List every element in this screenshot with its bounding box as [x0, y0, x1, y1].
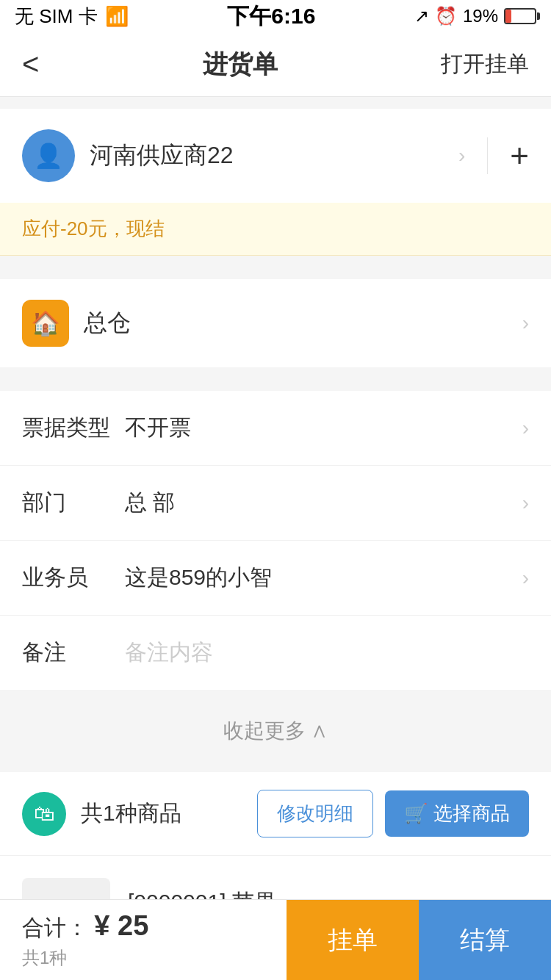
nav-bar: < 进货单 打开挂单 [0, 32, 551, 97]
footer-total-sub: 共1种 [22, 946, 264, 970]
edit-detail-button[interactable]: 修改明细 [257, 790, 373, 837]
salesperson-row[interactable]: 业务员 这是859的小智 › [0, 541, 551, 616]
status-left: 无 SIM 卡 📶 [15, 4, 129, 29]
battery-icon [504, 8, 536, 24]
collapse-button[interactable]: 收起更多 ∧ [0, 702, 551, 760]
invoice-type-row[interactable]: 票据类型 不开票 › [0, 391, 551, 466]
supplier-row[interactable]: 👤 河南供应商22 › + [0, 109, 551, 203]
invoice-type-value: 不开票 [125, 413, 522, 443]
back-button[interactable]: < [22, 48, 39, 81]
department-row[interactable]: 部门 总 部 › [0, 466, 551, 541]
total-label: 合计： [22, 915, 88, 940]
notice-text: 应付-20元，现结 [22, 217, 165, 239]
open-pending-button[interactable]: 打开挂单 [441, 49, 529, 79]
add-supplier-button[interactable]: + [510, 137, 529, 174]
select-product-button[interactable]: 🛒 选择商品 [385, 790, 529, 837]
supplier-divider [487, 137, 488, 174]
remark-label: 备注 [22, 638, 125, 668]
status-bar: 无 SIM 卡 📶 下午6:16 ↗ ⏰ 19% [0, 0, 551, 32]
select-product-label: 选择商品 [433, 801, 510, 826]
divider-2 [0, 267, 551, 279]
form-section: 票据类型 不开票 › 部门 总 部 › 业务员 这是859的小智 › 备注 备注… [0, 391, 551, 690]
divider-4 [0, 760, 551, 772]
divider-1 [0, 97, 551, 109]
status-right: ↗ ⏰ 19% [414, 6, 536, 26]
page-title: 进货单 [203, 48, 278, 82]
product-count-icon: 🛍 [22, 792, 66, 836]
wifi-icon: 📶 [105, 5, 129, 28]
divider-3 [0, 379, 551, 391]
supplier-chevron-icon: › [458, 144, 465, 167]
pending-button[interactable]: 挂单 [287, 900, 419, 980]
warehouse-row[interactable]: 🏠 总仓 › [0, 279, 551, 367]
salesperson-value: 这是859的小智 [125, 563, 522, 593]
avatar-icon: 👤 [34, 142, 63, 170]
supplier-section: 👤 河南供应商22 › + 应付-20元，现结 [0, 109, 551, 256]
remark-row[interactable]: 备注 备注内容 [0, 616, 551, 690]
status-time: 下午6:16 [227, 1, 315, 32]
warehouse-icon: 🏠 [22, 300, 69, 347]
location-icon: ↗ [414, 6, 429, 26]
invoice-type-chevron: › [522, 417, 529, 440]
settle-button[interactable]: 结算 [419, 900, 551, 980]
product-count-text: 共1种商品 [81, 799, 257, 829]
product-header: 🛍 共1种商品 修改明细 🛒 选择商品 [0, 772, 551, 856]
warehouse-chevron-icon: › [522, 311, 529, 335]
warehouse-section: 🏠 总仓 › [0, 279, 551, 367]
total-amount: ¥ 25 [94, 910, 148, 941]
footer-total-main: 合计： ¥ 25 [22, 910, 264, 943]
alarm-icon: ⏰ [435, 6, 457, 26]
cart-icon: 🛍 [34, 801, 54, 826]
remark-value[interactable]: 备注内容 [125, 638, 529, 668]
supplier-name: 河南供应商22 [90, 140, 458, 172]
supplier-avatar: 👤 [22, 129, 75, 182]
department-chevron: › [522, 491, 529, 515]
carrier-text: 无 SIM 卡 [15, 4, 98, 29]
warehouse-name: 总仓 [84, 307, 522, 339]
department-value: 总 部 [125, 488, 522, 518]
footer-total: 合计： ¥ 25 共1种 [0, 900, 287, 980]
cart-add-icon: 🛒 [404, 802, 428, 825]
salesperson-chevron: › [522, 566, 529, 590]
salesperson-label: 业务员 [22, 563, 125, 593]
notice-bar: 应付-20元，现结 [0, 203, 551, 256]
battery-percent: 19% [463, 6, 498, 26]
department-label: 部门 [22, 488, 125, 518]
footer: 合计： ¥ 25 共1种 挂单 结算 [0, 899, 551, 980]
invoice-type-label: 票据类型 [22, 413, 125, 443]
